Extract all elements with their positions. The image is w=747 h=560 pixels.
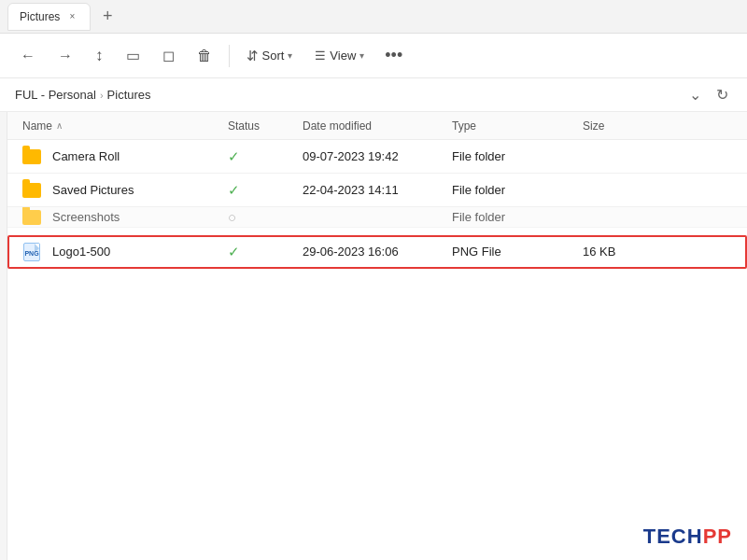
column-header-name[interactable]: Name ∧ xyxy=(22,119,228,133)
nav-up-button[interactable]: ↕ xyxy=(86,39,113,73)
file-date: 22-04-2023 14:11 xyxy=(303,183,452,197)
sort-button[interactable]: ⇵ Sort ▾ xyxy=(237,39,303,73)
view-icon: ☰ xyxy=(315,49,326,63)
tab-bar: Pictures × + xyxy=(0,0,747,34)
folder-icon xyxy=(22,208,41,227)
column-header-size[interactable]: Size xyxy=(583,119,657,133)
copy-icon: ▭ xyxy=(126,47,140,64)
more-options-button[interactable]: ••• xyxy=(377,40,410,71)
sidebar-strip xyxy=(0,112,7,560)
file-type: PNG File xyxy=(452,245,583,259)
file-type: File folder xyxy=(452,149,583,163)
nav-forward-icon: → xyxy=(58,48,73,64)
delete-icon: 🗑 xyxy=(197,48,212,64)
file-list-container: Name ∧ Status Date modified Type Size xyxy=(0,112,747,560)
breadcrumb-separator: › xyxy=(100,90,104,101)
view-chevron-icon: ▾ xyxy=(359,50,364,61)
file-list-header: Name ∧ Status Date modified Type Size xyxy=(7,112,747,140)
table-row[interactable]: PNG Logo1-500 ✓ 29-06-2023 16:06 PNG Fil… xyxy=(7,235,747,269)
file-status: ✓ xyxy=(228,182,303,199)
file-status: ✓ xyxy=(228,148,303,165)
breadcrumb-actions: ⌄ ↻ xyxy=(685,84,732,105)
refresh-button[interactable]: ↻ xyxy=(712,84,732,105)
breadcrumb-bar: FUL - Personal › Pictures ⌄ ↻ xyxy=(0,78,747,112)
sort-label: Sort xyxy=(262,49,285,63)
nav-back-button[interactable]: ← xyxy=(11,39,45,73)
file-type: File folder xyxy=(452,210,583,224)
file-name-col: PNG Logo1-500 xyxy=(22,243,228,261)
nav-back-icon: ← xyxy=(21,48,35,64)
cut-button[interactable]: ◻ xyxy=(153,39,184,73)
nav-up-icon: ↕ xyxy=(95,47,104,65)
file-name: Saved Pictures xyxy=(52,183,228,197)
tab-close-button[interactable]: × xyxy=(65,10,78,23)
breadcrumb-prefix[interactable]: FUL - Personal xyxy=(15,88,96,102)
breadcrumb-current[interactable]: Pictures xyxy=(107,88,151,102)
file-name-col: Camera Roll xyxy=(22,147,228,166)
table-row[interactable]: Camera Roll ✓ 09-07-2023 19:42 File fold… xyxy=(7,140,747,174)
sort-chevron-icon: ▾ xyxy=(288,50,292,61)
folder-icon xyxy=(22,147,41,166)
file-name-col: Screenshots xyxy=(22,208,228,227)
file-name: Logo1-500 xyxy=(52,245,228,259)
file-size: 16 KB xyxy=(583,245,657,259)
delete-button[interactable]: 🗑 xyxy=(188,39,221,73)
file-name: Camera Roll xyxy=(52,149,228,163)
toolbar-separator xyxy=(229,45,230,67)
column-header-type[interactable]: Type xyxy=(452,119,583,133)
sort-icon: ⇵ xyxy=(247,48,259,64)
file-name: Screenshots xyxy=(52,210,228,224)
file-date: 29-06-2023 16:06 xyxy=(303,245,452,259)
folder-icon xyxy=(22,181,41,200)
table-row[interactable]: Saved Pictures ✓ 22-04-2023 14:11 File f… xyxy=(7,174,747,207)
file-name-col: Saved Pictures xyxy=(22,181,228,200)
new-tab-button[interactable]: + xyxy=(94,4,120,30)
breadcrumb-dropdown-button[interactable]: ⌄ xyxy=(685,84,705,105)
column-header-status[interactable]: Status xyxy=(228,119,303,133)
toolbar: ← → ↕ ▭ ◻ 🗑 ⇵ Sort ▾ ☰ View ▾ ••• xyxy=(0,34,747,78)
column-sort-icon: ∧ xyxy=(56,120,63,131)
file-type: File folder xyxy=(452,183,583,197)
view-label: View xyxy=(330,49,356,63)
copy-button[interactable]: ▭ xyxy=(117,39,149,73)
active-tab[interactable]: Pictures × xyxy=(7,3,91,31)
file-list: Name ∧ Status Date modified Type Size xyxy=(7,112,747,560)
column-header-date[interactable]: Date modified xyxy=(303,119,452,133)
table-row[interactable]: Screenshots ○ File folder xyxy=(7,207,747,228)
nav-forward-button[interactable]: → xyxy=(49,39,82,73)
view-button[interactable]: ☰ View ▾ xyxy=(305,39,374,73)
file-status: ✓ xyxy=(228,244,303,260)
cut-icon: ◻ xyxy=(162,47,175,64)
png-file-icon: PNG xyxy=(22,243,41,261)
file-date: 09-07-2023 19:42 xyxy=(303,149,452,163)
file-status: ○ xyxy=(228,209,303,225)
tab-title: Pictures xyxy=(20,10,60,23)
